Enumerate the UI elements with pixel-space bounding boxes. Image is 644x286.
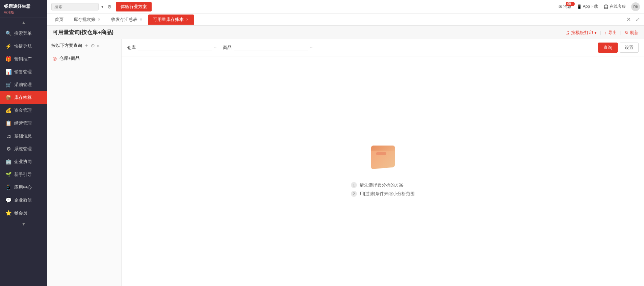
phone-download-icon: 📱 xyxy=(577,4,582,9)
sprout-icon: 🌱 xyxy=(5,172,11,178)
user-avatar[interactable]: Rit xyxy=(631,2,640,11)
folder-icon: 🗂 xyxy=(5,133,11,139)
sidebar-item-enterprise[interactable]: 🏢 企业协同 xyxy=(0,155,47,168)
topbar-right: ✉ 消息 99+ 📱 App下载 🎧 在线客服 Rit xyxy=(559,2,640,11)
tab-close-current-btn[interactable]: ✕ xyxy=(625,15,632,24)
sidebar-item-sales[interactable]: 📊 销售管理 xyxy=(0,66,47,78)
sidebar-item-finance[interactable]: 💰 资金管理 xyxy=(0,104,47,117)
print-dropdown-icon[interactable]: ▾ xyxy=(594,30,597,35)
left-panel-header: 按以下方案查询 ＋ ⊙ « xyxy=(47,39,121,52)
collapse-panel-btn[interactable]: « xyxy=(97,43,100,48)
settings-scheme-btn[interactable]: ⊙ xyxy=(91,43,95,48)
online-service-btn[interactable]: 🎧 在线客服 xyxy=(603,4,626,9)
print-btn[interactable]: 🖨 按模板打印 ▾ xyxy=(565,30,597,36)
step1-num: 1 xyxy=(351,182,357,188)
sidebar-item-search[interactable]: 🔍 搜索菜单 xyxy=(0,27,47,40)
headset-icon: 🎧 xyxy=(603,4,609,9)
filter-settings-btn[interactable]: 设置 xyxy=(620,43,639,53)
topbar-dropdown-btn[interactable]: ▾ xyxy=(101,4,103,9)
warehouse-input[interactable] xyxy=(138,44,212,51)
sidebar-item-quick[interactable]: ⚡ 快捷导航 xyxy=(0,40,47,53)
empty-state: 1 请先选择要分析的方案 2 用[过滤]条件来缩小分析范围 xyxy=(122,56,644,286)
tab-batch-close[interactable]: × xyxy=(97,17,101,22)
sidebar-item-wechat[interactable]: 💬 企业微信 xyxy=(0,194,47,207)
sidebar-item-member[interactable]: ⭐ 畅会员 xyxy=(0,207,47,219)
add-scheme-btn[interactable]: ＋ xyxy=(84,43,89,49)
sidebar-scroll-up[interactable]: ▲ xyxy=(0,18,47,27)
main-area: ▾ ⚙ 体验行业方案 ✉ 消息 99+ 📱 App下载 🎧 在线客服 Rit xyxy=(47,0,644,286)
tabs-right-btns: ✕ ⤢ xyxy=(625,15,641,24)
topbar: ▾ ⚙ 体验行业方案 ✉ 消息 99+ 📱 App下载 🎧 在线客服 Rit xyxy=(47,0,644,14)
message-badge: 99+ xyxy=(566,2,575,6)
tab-summary-close[interactable]: × xyxy=(139,17,143,22)
empty-step-1: 1 请先选择要分析的方案 xyxy=(351,182,415,188)
refresh-btn[interactable]: ↻ 刷新 xyxy=(625,30,639,36)
quick-icon: ⚡ xyxy=(5,43,11,49)
empty-illustration xyxy=(366,143,400,177)
filter-row: 仓库 ··· 商品 ··· 查询 设置 xyxy=(122,39,644,56)
app-logo: 畅康通好生意 标准版 xyxy=(0,0,47,18)
goods-more-btn[interactable]: ··· xyxy=(310,45,313,50)
sidebar-item-inventory[interactable]: 📦 库存核算 xyxy=(0,91,47,104)
box-icon: 📦 xyxy=(5,95,11,101)
chat-icon: 💬 xyxy=(5,197,11,203)
industry-solution-btn[interactable]: 体验行业方案 xyxy=(116,2,152,11)
phone-icon: 📱 xyxy=(5,184,11,190)
topbar-gear-btn[interactable]: ⚙ xyxy=(106,3,113,11)
sidebar: 畅康通好生意 标准版 ▲ 🔍 搜索菜单 ⚡ 快捷导航 🎁 营销推广 📊 销售管理… xyxy=(0,0,47,286)
sidebar-item-purchase[interactable]: 🛒 采购管理 xyxy=(0,78,47,91)
star-icon: ⭐ xyxy=(5,210,11,216)
tab-summary[interactable]: 收发存汇总表 × xyxy=(106,15,148,25)
sidebar-scroll-down[interactable]: ▼ xyxy=(0,219,47,229)
page-header: 可用量查询(按仓库+商品) 🖨 按模板打印 ▾ | ↑ 导出 | ↻ 刷新 xyxy=(47,26,644,39)
right-panel: 仓库 ··· 商品 ··· 查询 设置 xyxy=(122,39,644,286)
warehouse-label: 仓库 xyxy=(127,45,136,51)
sidebar-item-newbie[interactable]: 🌱 新手引导 xyxy=(0,168,47,181)
message-icon: ✉ xyxy=(559,4,562,9)
tab-batch[interactable]: 库存批次账 × xyxy=(69,15,106,25)
tabs-bar: 首页 库存批次账 × 收发存汇总表 × 可用量库存账本 × ✕ ⤢ xyxy=(47,14,644,26)
gift-icon: 🎁 xyxy=(5,56,11,62)
money-icon: 💰 xyxy=(5,107,11,113)
sidebar-item-basic[interactable]: 🗂 基础信息 xyxy=(0,130,47,142)
goods-label: 商品 xyxy=(223,45,232,51)
topbar-search-input[interactable] xyxy=(51,3,99,10)
refresh-icon: ↻ xyxy=(625,30,628,35)
goods-filter-group: 商品 ··· xyxy=(223,44,313,51)
warehouse-filter-group: 仓库 ··· xyxy=(127,44,217,51)
export-icon: ↑ xyxy=(604,30,607,35)
print-icon: 🖨 xyxy=(565,30,570,35)
tab-home[interactable]: 首页 xyxy=(50,15,68,25)
tab-available[interactable]: 可用量库存账本 × xyxy=(148,15,194,25)
page-header-actions: 🖨 按模板打印 ▾ | ↑ 导出 | ↻ 刷新 xyxy=(565,30,639,36)
chart-icon: 📊 xyxy=(5,69,11,75)
gear-icon: ⚙ xyxy=(5,146,11,152)
app-edition: 标准版 xyxy=(4,10,43,15)
cart-icon: 🛒 xyxy=(5,82,11,88)
tab-expand-btn[interactable]: ⤢ xyxy=(634,15,641,24)
sidebar-item-operations[interactable]: 📋 经营管理 xyxy=(0,117,47,130)
page-title: 可用量查询(按仓库+商品) xyxy=(53,29,113,36)
empty-state-text: 1 请先选择要分析的方案 2 用[过滤]条件来缩小分析范围 xyxy=(351,182,415,200)
warehouse-more-btn[interactable]: ··· xyxy=(214,45,217,50)
scheme-item-warehouse-goods[interactable]: ◎ 仓库+商品 xyxy=(47,52,121,64)
export-btn[interactable]: ↑ 导出 xyxy=(604,30,617,36)
sidebar-item-system[interactable]: ⚙ 系统管理 xyxy=(0,142,47,155)
step2-num: 2 xyxy=(351,191,357,197)
filter-action-btns: 查询 设置 xyxy=(598,43,639,53)
tab-available-close[interactable]: × xyxy=(185,17,189,22)
left-panel: 按以下方案查询 ＋ ⊙ « ◎ 仓库+商品 xyxy=(47,39,122,286)
sidebar-item-appstore[interactable]: 📱 应用中心 xyxy=(0,181,47,194)
message-btn[interactable]: ✉ 消息 99+ xyxy=(559,4,571,9)
app-download-btn[interactable]: 📱 App下载 xyxy=(577,4,598,9)
goods-input[interactable] xyxy=(234,44,308,51)
search-icon: 🔍 xyxy=(5,30,11,36)
scheme-item-icon: ◎ xyxy=(53,56,57,61)
query-btn[interactable]: 查询 xyxy=(598,43,618,53)
content-area: 按以下方案查询 ＋ ⊙ « ◎ 仓库+商品 仓库 ··· 商品 xyxy=(47,39,644,286)
clipboard-icon: 📋 xyxy=(5,120,11,126)
empty-step-2: 2 用[过滤]条件来缩小分析范围 xyxy=(351,191,415,197)
scheme-header-label: 按以下方案查询 xyxy=(51,43,82,49)
app-name: 畅康通好生意 xyxy=(4,3,43,9)
sidebar-item-marketing[interactable]: 🎁 营销推广 xyxy=(0,53,47,66)
